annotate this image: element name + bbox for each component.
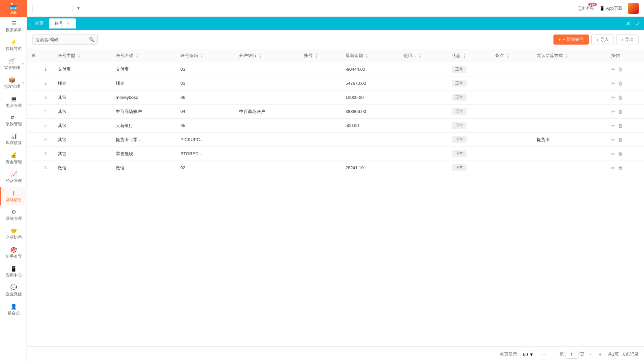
- sidebar-item-biz-wechat[interactable]: 💬 企业微信: [0, 281, 27, 300]
- message-badge: 99+: [588, 3, 597, 6]
- chevron-down-icon: ▼: [21, 62, 25, 66]
- tab-home[interactable]: 首页: [30, 18, 49, 28]
- ecom-mgmt-icon: 💻: [10, 96, 17, 102]
- sidebar-item-quick-nav[interactable]: ⚡ 快捷导航: [0, 36, 27, 54]
- sidebar-item-wholesale-mgmt[interactable]: 📦 批发管理 ▼: [0, 73, 27, 92]
- col-code-label: 账号编码: [180, 53, 198, 58]
- sidebar-item-sys-mgmt[interactable]: ⚙ 系统管理: [0, 205, 27, 224]
- per-page-select[interactable]: 50 ▼: [521, 351, 536, 358]
- sidebar-item-purchase-mgmt[interactable]: 🛍 采购管理: [0, 111, 27, 130]
- edit-icon[interactable]: ✏: [611, 109, 615, 114]
- sidebar-item-search-menu[interactable]: ☰ 搜索菜单: [0, 17, 27, 36]
- edit-icon[interactable]: ✏: [611, 151, 615, 157]
- status-badge: 正常: [452, 94, 467, 101]
- cell-action: ✏ 🗑: [607, 105, 644, 119]
- status-badge: 正常: [452, 66, 467, 73]
- cell-balance: -90444.00: [341, 62, 399, 76]
- sidebar-item-app-center[interactable]: 📱 应用中心: [0, 262, 27, 281]
- edit-icon[interactable]: ✏: [611, 81, 615, 86]
- cell-code: PICKUPC...: [176, 133, 235, 147]
- mobile-icon: 📱: [599, 6, 605, 11]
- col-type[interactable]: 账号类型 ▲▼: [54, 49, 112, 62]
- delete-icon[interactable]: 🗑: [618, 81, 623, 86]
- cell-remark: [491, 133, 533, 147]
- sidebar-item-basic-info[interactable]: ℹ 基础信息: [0, 187, 27, 205]
- col-status[interactable]: 状态 ▲▼: [448, 49, 491, 62]
- tab-close-button[interactable]: ✕: [65, 21, 70, 26]
- sidebar-item-biz-agree[interactable]: 🤝 企业协同: [0, 224, 27, 243]
- sidebar-item-label: 快捷导航: [6, 46, 22, 51]
- delete-icon[interactable]: 🗑: [618, 151, 623, 157]
- tab-expand-button[interactable]: ⤢: [634, 19, 641, 28]
- cell-name: 支付宝: [112, 62, 176, 76]
- export-button[interactable]: ↑ 导出: [616, 34, 639, 45]
- sidebar-item-ecom-mgmt[interactable]: 💻 电商管理: [0, 93, 27, 111]
- sidebar-item-inventory[interactable]: 📊 库存核算: [0, 130, 27, 148]
- tab-actions: ✕ ⤢: [625, 19, 641, 28]
- cell-action: ✏ 🗑: [607, 119, 644, 133]
- col-default-settle[interactable]: 默认结算方式 ▲▼: [533, 49, 607, 62]
- page-prev-button[interactable]: ‹: [549, 350, 557, 358]
- status-badge: 正常: [452, 122, 467, 129]
- avatar-image: [628, 3, 639, 14]
- cell-balance: 28241.10: [341, 161, 399, 175]
- page-first-button[interactable]: ⏮: [539, 350, 547, 358]
- header-right: 💬 消息 99+ 📱 App下载: [579, 3, 639, 14]
- col-settings[interactable]: ⚙: [27, 49, 40, 62]
- cell-settings: [27, 161, 40, 175]
- edit-icon[interactable]: ✏: [611, 137, 615, 142]
- app-download-button[interactable]: 📱 App下载: [599, 5, 623, 11]
- page-next-button[interactable]: ›: [586, 350, 594, 358]
- table-row: 5 其它 大新银行 05 500.00 正常 ✏ 🗑: [27, 119, 644, 133]
- col-balance[interactable]: 最新余额 ▲▼: [341, 49, 399, 62]
- col-remark[interactable]: 备注 ▲▼: [491, 49, 533, 62]
- edit-icon[interactable]: ✏: [611, 165, 615, 171]
- cell-default-settle: [533, 119, 607, 133]
- edit-icon[interactable]: ✏: [611, 95, 615, 100]
- header-dropdown[interactable]: ▼: [76, 6, 80, 11]
- col-code[interactable]: 账号编码 ▲▼: [176, 49, 235, 62]
- page-input[interactable]: [565, 350, 579, 359]
- col-bank[interactable]: 开户银行 ▲▼: [235, 49, 300, 62]
- col-name[interactable]: 账号名称 ▲▼: [112, 49, 176, 62]
- cell-name: 大新银行: [112, 119, 176, 133]
- sidebar-item-retail-mgmt[interactable]: 🛒 零售管理 ▼: [0, 55, 27, 73]
- header-search-input[interactable]: [32, 4, 72, 13]
- purchase-mgmt-icon: 🛍: [11, 115, 16, 121]
- cell-name: 提货卡（零...: [112, 133, 176, 147]
- sidebar-item-capital-mgmt[interactable]: 💰 资金管理: [0, 149, 27, 168]
- col-account[interactable]: 账号 ▲▼: [300, 49, 341, 62]
- inventory-icon: 📊: [10, 133, 17, 139]
- cell-settings: [27, 147, 40, 161]
- cell-account: [300, 147, 341, 161]
- col-usage[interactable]: 使用... ▲▼: [399, 49, 448, 62]
- sidebar-item-ops-mgmt[interactable]: 📈 经营管理: [0, 168, 27, 186]
- tab-account[interactable]: 账号 ✕: [49, 18, 76, 28]
- status-badge: 正常: [452, 164, 467, 171]
- col-status-label: 状态: [452, 53, 461, 58]
- page-last-button[interactable]: ⏭: [596, 350, 604, 358]
- cell-default-settle: [533, 62, 607, 76]
- cell-num: 4: [40, 105, 54, 119]
- sidebar-item-member[interactable]: 👤 畅会员: [0, 300, 27, 319]
- sidebar-item-newbie-guide[interactable]: 🎯 新手引导: [0, 243, 27, 262]
- export-label: 导出: [625, 37, 634, 43]
- delete-icon[interactable]: 🗑: [618, 137, 623, 142]
- edit-icon[interactable]: ✏: [611, 123, 615, 128]
- import-button[interactable]: ↓ 导入: [591, 34, 614, 45]
- search-input[interactable]: [35, 37, 89, 42]
- cell-balance: 547670.00: [341, 76, 399, 90]
- add-account-button[interactable]: + + 新增账号: [553, 35, 589, 45]
- edit-icon[interactable]: ✏: [611, 67, 615, 72]
- cell-usage: [399, 161, 448, 175]
- tab-close-all-button[interactable]: ✕: [625, 19, 632, 28]
- message-button[interactable]: 💬 消息 99+: [579, 5, 594, 11]
- chevron-down-icon: ▼: [76, 6, 80, 11]
- delete-icon[interactable]: 🗑: [618, 123, 623, 128]
- delete-icon[interactable]: 🗑: [618, 109, 623, 114]
- delete-icon[interactable]: 🗑: [618, 95, 623, 100]
- delete-icon[interactable]: 🗑: [618, 67, 623, 72]
- avatar[interactable]: [628, 3, 639, 14]
- search-icon[interactable]: 🔍: [89, 37, 95, 42]
- delete-icon[interactable]: 🗑: [618, 165, 623, 171]
